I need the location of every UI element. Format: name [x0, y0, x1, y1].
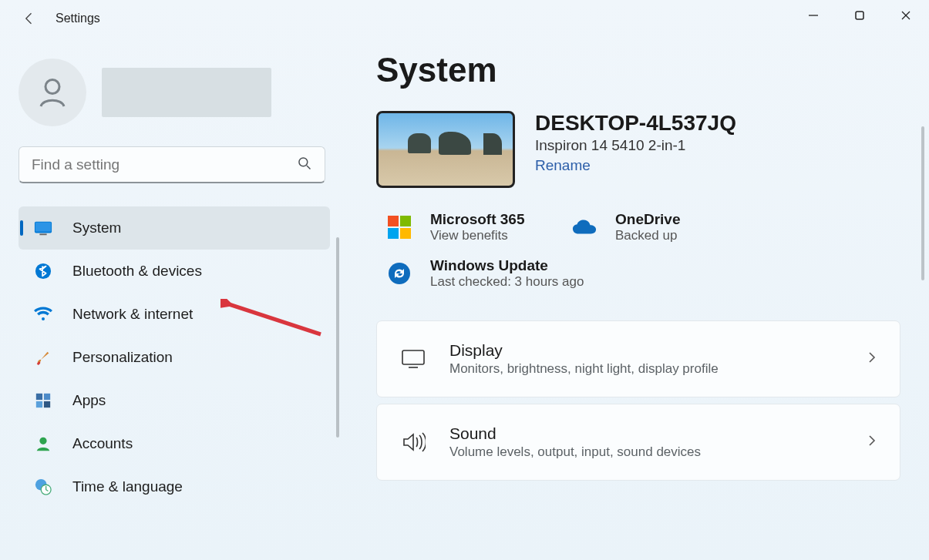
- svg-rect-1: [856, 12, 863, 19]
- nav-item-accounts[interactable]: Accounts: [19, 422, 330, 465]
- search-icon: [297, 156, 312, 174]
- chevron-right-icon: [866, 434, 878, 450]
- tile-title: Sound: [449, 424, 701, 443]
- tile-sound[interactable]: Sound Volume levels, output, input, soun…: [376, 404, 900, 481]
- wifi-icon: [34, 305, 52, 324]
- nav-label: System: [72, 220, 121, 236]
- avatar: [19, 59, 86, 126]
- card-onedrive[interactable]: OneDrive Backed up: [561, 208, 739, 246]
- nav-item-personalization[interactable]: Personalization: [19, 336, 330, 379]
- svg-rect-8: [35, 223, 51, 232]
- sound-icon: [400, 429, 426, 455]
- nav-label: Time & language: [72, 478, 183, 495]
- microsoft-logo-icon: [387, 215, 412, 240]
- nav-label: Apps: [72, 392, 106, 409]
- svg-line-6: [307, 165, 311, 169]
- svg-rect-20: [402, 350, 424, 364]
- device-row: DESKTOP-4L537JQ Inspiron 14 5410 2-in-1 …: [376, 111, 904, 188]
- update-icon: [387, 261, 412, 286]
- nav-item-network[interactable]: Network & internet: [19, 293, 330, 336]
- svg-rect-12: [44, 394, 50, 400]
- card-title: Windows Update: [430, 257, 584, 274]
- desktop-wallpaper-thumb[interactable]: [376, 111, 515, 188]
- rename-link[interactable]: Rename: [535, 157, 736, 174]
- card-windows-update[interactable]: Windows Update Last checked: 3 hours ago: [376, 254, 904, 293]
- nav: System Bluetooth & devices Network & int…: [19, 206, 330, 508]
- card-sub: Backed up: [615, 228, 680, 243]
- nav-label: Network & internet: [72, 306, 193, 323]
- back-button[interactable]: [14, 3, 45, 34]
- sidebar: System Bluetooth & devices Network & int…: [0, 37, 339, 560]
- system-icon: [34, 219, 52, 237]
- account-icon: [34, 434, 52, 453]
- bluetooth-icon: [34, 262, 52, 280]
- card-title: Microsoft 365: [430, 211, 524, 228]
- display-icon: [400, 346, 426, 372]
- app-title: Settings: [56, 12, 100, 25]
- info-cards: Microsoft 365 View benefits OneDrive Bac…: [376, 208, 904, 293]
- card-sub: View benefits: [430, 228, 524, 243]
- chevron-right-icon: [866, 351, 878, 367]
- search-input[interactable]: [32, 156, 297, 173]
- tile-display[interactable]: Display Monitors, brightness, night ligh…: [376, 320, 900, 397]
- nav-label: Personalization: [72, 349, 173, 366]
- clock-globe-icon: [34, 478, 52, 496]
- user-row[interactable]: [19, 59, 330, 126]
- device-model: Inspiron 14 5410 2-in-1: [535, 137, 736, 154]
- username-placeholder: [102, 68, 271, 117]
- svg-rect-9: [39, 233, 46, 235]
- nav-item-apps[interactable]: Apps: [19, 379, 330, 422]
- search-box[interactable]: [19, 146, 325, 183]
- nav-item-system[interactable]: System: [19, 206, 330, 250]
- svg-rect-13: [36, 401, 42, 407]
- svg-rect-14: [44, 401, 50, 407]
- card-title: OneDrive: [615, 211, 680, 228]
- svg-point-15: [39, 438, 46, 444]
- nav-label: Bluetooth & devices: [72, 263, 202, 280]
- card-microsoft365[interactable]: Microsoft 365 View benefits: [376, 208, 554, 246]
- svg-point-5: [299, 157, 308, 166]
- close-button[interactable]: [883, 0, 929, 31]
- maximize-button[interactable]: [836, 0, 883, 31]
- onedrive-icon: [572, 215, 597, 240]
- nav-item-bluetooth[interactable]: Bluetooth & devices: [19, 250, 330, 293]
- main-panel: System DESKTOP-4L537JQ Inspiron 14 5410 …: [339, 37, 929, 560]
- tile-title: Display: [449, 341, 719, 360]
- card-sub: Last checked: 3 hours ago: [430, 274, 584, 290]
- page-title: System: [376, 51, 904, 89]
- tile-sub: Monitors, brightness, night light, displ…: [449, 361, 719, 377]
- svg-point-4: [45, 80, 59, 94]
- minimize-button[interactable]: [790, 0, 836, 31]
- nav-label: Accounts: [72, 435, 133, 452]
- svg-rect-11: [36, 394, 42, 400]
- tile-sub: Volume levels, output, input, sound devi…: [449, 444, 701, 460]
- apps-icon: [34, 391, 52, 410]
- titlebar: Settings: [0, 0, 929, 37]
- brush-icon: [34, 348, 52, 367]
- device-name: DESKTOP-4L537JQ: [535, 111, 736, 136]
- nav-item-time-language[interactable]: Time & language: [19, 465, 330, 508]
- main-scrollbar[interactable]: [921, 126, 924, 280]
